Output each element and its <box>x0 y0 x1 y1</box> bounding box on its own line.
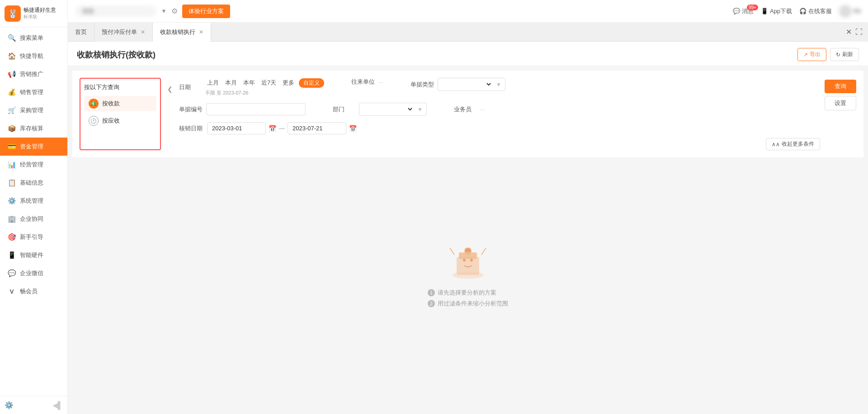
sidebar-item-inventory[interactable]: 📦 库存核算 <box>0 119 67 138</box>
service-icon: 🎧 <box>799 8 807 14</box>
voucher-no-label: 单据编号 <box>179 105 203 114</box>
filter-fields: 日期 上月 本月 本年 近7天 更多 自定义 不限 至 <box>179 78 820 150</box>
message-button[interactable]: 💬 消息 99+ <box>733 7 754 15</box>
filter-option-by-receivable[interactable]: 🕐 按应收 <box>84 113 156 128</box>
refresh-button[interactable]: ↻ 刷新 <box>830 48 859 61</box>
content-main: 收款核销执行(按收款) ↗ 导出 ↻ 刷新 按以下方查询 <box>68 42 868 414</box>
page-actions: ↗ 导出 ↻ 刷新 <box>797 48 859 61</box>
refresh-icon: ↻ <box>836 52 840 58</box>
sidebar-item-enterprise[interactable]: 🏢 企业协同 <box>0 210 67 228</box>
sidebar-item-system[interactable]: ⚙️ 系统管理 <box>0 192 67 210</box>
start-calendar-icon[interactable]: 📅 <box>269 125 276 132</box>
tab-close-collection[interactable]: ✕ <box>199 29 203 35</box>
sales-icon: 💰 <box>7 88 16 97</box>
tab-prepay[interactable]: 预付冲应付单 ✕ <box>94 23 153 42</box>
sidebar-item-search[interactable]: 🔍 搜索菜单 <box>0 29 67 47</box>
content-area: 收款核销执行(按收款) ↗ 导出 ↻ 刷新 按以下方查询 <box>68 42 868 414</box>
more-dates-btn[interactable]: 更多 <box>281 78 296 88</box>
last-7days-btn[interactable]: 近7天 <box>259 78 278 88</box>
voucher-type-select[interactable] <box>438 78 492 90</box>
empty-tips: 1 请先选择要分析的方案 2 用过滤条件来缩小分析范围 <box>428 289 508 308</box>
sidebar-item-sales[interactable]: 💰 销售管理 <box>0 83 67 101</box>
end-calendar-icon[interactable]: 📅 <box>349 125 357 132</box>
app-download-button[interactable]: 📱 App下载 <box>761 7 792 15</box>
query-button[interactable]: 查询 <box>825 80 856 93</box>
settings-icon[interactable]: ⚙️ <box>5 401 14 409</box>
filter-row-1: 日期 上月 本月 本年 近7天 更多 自定义 不限 至 <box>179 78 820 96</box>
username: Rit <box>854 8 861 14</box>
sidebar-item-fund[interactable]: 💳 资金管理 <box>0 138 67 156</box>
business-field: 业务员 ··· <box>454 105 485 114</box>
collapse-sidebar-icon[interactable]: ◀▌ <box>52 401 63 409</box>
sidebar-item-basic[interactable]: 📋 基础信息 <box>0 174 67 192</box>
last-month-btn[interactable]: 上月 <box>205 78 221 88</box>
logo-text: 畅捷通好生意 <box>24 7 56 14</box>
tabbar-actions: ✕ ⛶ <box>840 23 868 42</box>
verify-date-range: 📅 — 📅 <box>207 122 357 134</box>
filter-row-2: 单据编号 部门 ▼ <box>179 103 820 116</box>
gear-icon[interactable]: ⚙ <box>171 7 178 15</box>
voucher-type-label: 单据类型 <box>410 81 434 89</box>
export-icon: ↗ <box>803 52 808 58</box>
sidebar-item-hardware[interactable]: 📱 智能硬件 <box>0 246 67 264</box>
verify-date-start-input[interactable] <box>207 122 266 134</box>
tab-expand-button[interactable]: ⛶ <box>855 28 863 36</box>
business-input[interactable]: ··· <box>480 106 485 113</box>
dropdown-icon[interactable]: ▼ <box>161 8 167 14</box>
search-input[interactable] <box>75 5 156 17</box>
collapse-up-icon: ∧∧ <box>772 141 780 148</box>
voucher-no-input[interactable] <box>206 103 306 115</box>
tab-close-all-button[interactable]: ✕ <box>846 28 852 36</box>
purchase-icon: 🛒 <box>7 106 16 115</box>
sidebar-item-marketing[interactable]: 📢 营销推广 <box>0 65 67 83</box>
voucher-type-arrow-icon: ▼ <box>492 81 505 88</box>
filter-option-by-receipt[interactable]: 💵 按收款 <box>84 96 156 111</box>
sidebar-item-purchase[interactable]: 🛒 采购管理 <box>0 101 67 119</box>
sidebar-item-guide[interactable]: 🎯 新手引导 <box>0 228 67 246</box>
collapse-more-btn[interactable]: ∧∧ 收起更多条件 <box>766 138 820 150</box>
this-month-btn[interactable]: 本月 <box>223 78 239 88</box>
logo-icon: 🐰 <box>5 5 21 22</box>
svg-point-5 <box>463 259 466 262</box>
sidebar-nav: 🔍 搜索菜单 🏠 快捷导航 📢 营销推广 💰 销售管理 🛒 采购管理 📦 库存核… <box>0 27 67 396</box>
dept-arrow-icon: ▼ <box>414 106 426 113</box>
empty-tip-2: 2 用过滤条件来缩小分析范围 <box>428 300 508 308</box>
svg-point-6 <box>470 259 473 262</box>
counterpart-label: 往来单位 <box>351 78 375 86</box>
fund-icon: 💳 <box>7 142 16 151</box>
setting-button[interactable]: 设置 <box>825 96 856 110</box>
dept-select[interactable] <box>359 103 414 115</box>
collapse-filter-btn[interactable]: ❮ <box>165 78 175 100</box>
tab-close-prepay[interactable]: ✕ <box>141 29 145 35</box>
sidebar-item-operation[interactable]: 📊 经营管理 <box>0 156 67 174</box>
sidebar-item-wecom[interactable]: 💬 企业微信 <box>0 264 67 282</box>
guide-icon: 🎯 <box>7 233 16 242</box>
member-icon: V <box>7 287 16 296</box>
voucher-type-field: 单据类型 ▼ <box>410 78 505 91</box>
topbar-right: 💬 消息 99+ 📱 App下载 🎧 在线客服 Rit <box>733 5 861 18</box>
svg-line-7 <box>450 248 454 255</box>
online-service-button[interactable]: 🎧 在线客服 <box>799 7 832 15</box>
verify-date-end-input[interactable] <box>288 122 346 134</box>
tabbar: 首页 预付冲应付单 ✕ 收款核销执行 ✕ ✕ ⛶ <box>68 23 868 42</box>
svg-line-8 <box>481 248 486 255</box>
counterpart-input[interactable]: ··· <box>378 79 383 86</box>
sidebar-item-shortcut[interactable]: 🏠 快捷导航 <box>0 47 67 65</box>
solution-button[interactable]: 体验行业方案 <box>182 5 230 18</box>
marketing-icon: 📢 <box>7 70 16 79</box>
export-button[interactable]: ↗ 导出 <box>797 48 826 61</box>
this-year-btn[interactable]: 本年 <box>241 78 257 88</box>
user-profile[interactable]: Rit <box>839 5 861 18</box>
filter-row-3: 核销日期 📅 — 📅 <box>179 122 820 134</box>
sidebar-item-member[interactable]: V 畅会员 <box>0 282 67 300</box>
tab-collection[interactable]: 收款核销执行 ✕ <box>153 23 211 42</box>
query-buttons: 查询 设置 <box>825 80 856 110</box>
message-badge: 99+ <box>747 5 758 10</box>
app-label: App下载 <box>770 7 792 15</box>
app-icon: 📱 <box>761 8 768 14</box>
date-field: 日期 上月 本月 本年 近7天 更多 自定义 不限 至 <box>179 78 324 96</box>
custom-date-btn[interactable]: 自定义 <box>299 78 324 88</box>
tab-home[interactable]: 首页 <box>68 23 94 42</box>
quick-date-buttons: 上月 本月 本年 近7天 更多 自定义 <box>205 78 324 88</box>
filter-panel-title: 按以下方查询 <box>84 83 156 91</box>
